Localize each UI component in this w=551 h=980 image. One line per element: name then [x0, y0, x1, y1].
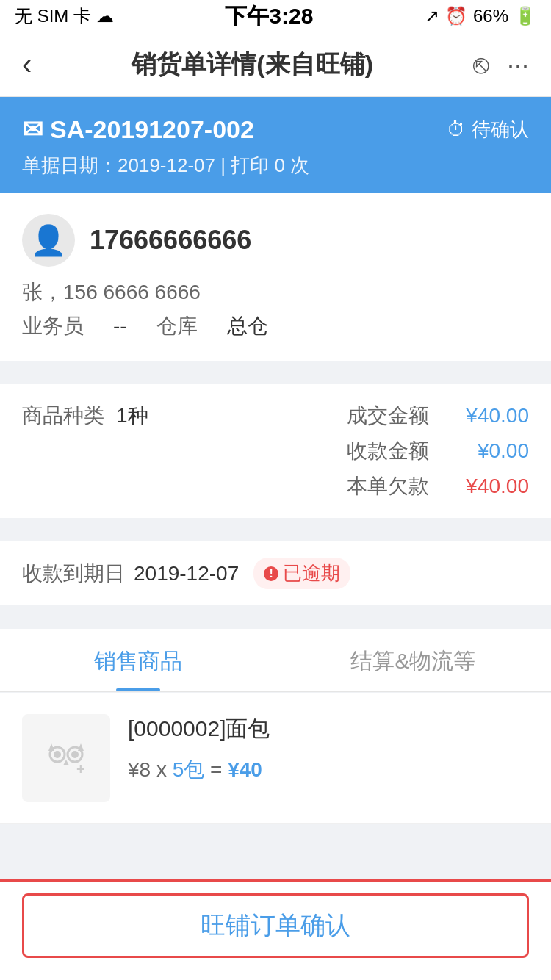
page-title: 销货单详情(来自旺铺)	[132, 48, 373, 82]
order-icon: ✉	[22, 115, 43, 144]
order-id: ✉ SA-20191207-002	[22, 115, 254, 144]
battery-icon: 🔋	[514, 6, 536, 26]
nav-bar: ‹ 销货单详情(来自旺铺) ⎋ ···	[0, 32, 551, 97]
type-value: 1种	[116, 402, 148, 430]
sales-label: 业务员	[22, 312, 84, 340]
received-row: 收款金额 ¥0.00	[347, 437, 529, 465]
customer-row: 业务员 -- 仓库 总仓	[22, 312, 529, 340]
product-logo-svg: +	[37, 729, 96, 788]
tab-settlement[interactable]: 结算&物流等	[276, 629, 551, 691]
summary-left: 商品种类 1种	[22, 402, 347, 430]
overdue-icon: !	[264, 566, 278, 581]
summary-right: 成交金额 ¥40.00 收款金额 ¥0.00 本单欠款 ¥40.00	[347, 402, 529, 500]
customer-card: 👤 17666666666 张，156 6666 6666 业务员 -- 仓库 …	[0, 193, 551, 361]
amount-label: 成交金额	[347, 402, 429, 430]
status-icon: ⏱	[447, 118, 466, 141]
svg-text:+: +	[76, 761, 85, 777]
product-list: + [0000002]面包 ¥8 x 5包 = ¥40	[0, 693, 551, 824]
received-value: ¥0.00	[441, 439, 529, 463]
product-name: [0000002]面包	[128, 714, 529, 744]
bottom-bar: 旺铺订单确认	[0, 879, 551, 980]
confirm-button[interactable]: 旺铺订单确认	[22, 893, 529, 958]
due-card: 收款到期日 2019-12-07 ! 已逾期	[0, 541, 551, 605]
price-equals: =	[210, 758, 228, 781]
received-label: 收款金额	[347, 437, 429, 465]
back-button[interactable]: ‹	[22, 48, 32, 81]
tab-products-label: 销售商品	[94, 649, 182, 673]
battery-status: 66%	[473, 6, 508, 26]
order-header-top: ✉ SA-20191207-002 ⏱ 待确认	[22, 115, 529, 144]
product-info: [0000002]面包 ¥8 x 5包 = ¥40	[128, 714, 529, 802]
type-label: 商品种类	[22, 402, 104, 430]
share-icon[interactable]: ⎋	[473, 49, 489, 80]
debt-row: 本单欠款 ¥40.00	[347, 472, 529, 500]
status-bar-left: 无 SIM 卡 ☁	[15, 4, 114, 28]
more-icon[interactable]: ···	[507, 49, 529, 80]
svg-marker-4	[63, 760, 69, 765]
tab-products[interactable]: 销售商品	[0, 629, 276, 691]
clock-icon: ⏰	[445, 6, 467, 26]
debt-label: 本单欠款	[347, 472, 429, 500]
nav-actions: ⎋ ···	[473, 49, 529, 80]
customer-top: 👤 17666666666	[22, 214, 529, 267]
location-icon: ↗	[425, 6, 439, 26]
tabs-container: 销售商品 结算&物流等	[0, 629, 551, 692]
overdue-badge: ! 已逾期	[253, 558, 350, 589]
table-row: + [0000002]面包 ¥8 x 5包 = ¥40	[0, 693, 551, 824]
price-total: ¥40	[228, 758, 262, 781]
summary-card: 商品种类 1种 成交金额 ¥40.00 收款金额 ¥0.00 本单欠款 ¥40.…	[0, 384, 551, 518]
avatar-icon: 👤	[30, 223, 67, 258]
divider-3	[0, 617, 551, 629]
order-header: ✉ SA-20191207-002 ⏱ 待确认 单据日期：2019-12-07 …	[0, 97, 551, 193]
divider-1	[0, 372, 551, 384]
product-price: ¥8 x 5包 = ¥40	[128, 756, 529, 784]
debt-value: ¥40.00	[441, 475, 529, 498]
sim-status: 无 SIM 卡 ☁	[15, 4, 114, 28]
price-qty: 5包	[173, 758, 205, 781]
sales-value: --	[113, 314, 127, 338]
status-bar-time: 下午3:28	[225, 1, 313, 32]
order-status: ⏱ 待确认	[447, 117, 529, 143]
amount-value: ¥40.00	[441, 404, 529, 428]
order-print-count: | 打印 0 次	[220, 154, 309, 176]
due-date: 2019-12-07	[134, 562, 239, 586]
avatar: 👤	[22, 214, 75, 267]
customer-name-phone: 张，156 6666 6666	[22, 278, 529, 306]
order-id-text: SA-20191207-002	[50, 115, 254, 144]
status-text: 待确认	[472, 117, 529, 143]
order-meta: 单据日期：2019-12-07 | 打印 0 次	[22, 153, 529, 179]
svg-point-3	[71, 751, 79, 758]
warehouse-label: 仓库	[156, 312, 198, 340]
svg-point-2	[54, 751, 61, 758]
order-date: 单据日期：2019-12-07	[22, 154, 215, 176]
divider-2	[0, 530, 551, 541]
amount-row: 成交金额 ¥40.00	[347, 402, 529, 430]
tab-settlement-label: 结算&物流等	[350, 649, 475, 673]
product-image: +	[22, 714, 110, 802]
price-base: ¥8	[128, 758, 151, 781]
customer-phone: 17666666666	[90, 225, 251, 256]
status-bar: 无 SIM 卡 ☁ 下午3:28 ↗ ⏰ 66% 🔋	[0, 0, 551, 32]
due-label: 收款到期日	[22, 560, 125, 588]
warehouse-value: 总仓	[227, 312, 268, 340]
price-multiply: x	[156, 758, 173, 781]
status-bar-right: ↗ ⏰ 66% 🔋	[425, 6, 536, 26]
overdue-text: 已逾期	[283, 561, 340, 586]
